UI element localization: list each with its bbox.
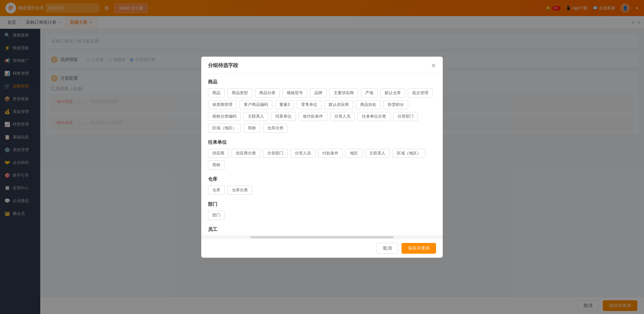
field-tag-partner-category[interactable]: 往来单位分类 [358,112,390,121]
field-tag-region2[interactable]: 区域（地区） [392,149,425,158]
employee-section: 员工 业务员 [208,227,436,236]
field-tag-settlement-unit[interactable]: 结算单位 [271,112,296,121]
field-selection-modal: 分组待选字段 ✕ 商品 商品 商品类型 商品分类 规格型号 品牌 主要供应商 产… [201,57,443,258]
field-tag-warehouse[interactable]: 仓库 [208,186,225,195]
modal-title: 分组待选字段 [208,62,238,69]
field-tag-product-alias[interactable]: 商品别名 [356,100,381,109]
modal-hscrollbar[interactable] [201,236,443,239]
field-tag-main-supplier[interactable]: 主要供应商 [329,88,358,98]
warehouse-section-title: 仓库 [208,176,436,182]
department-field-tags: 部门 [208,211,436,220]
field-tag-short-name[interactable]: 简称 [244,124,260,133]
modal-cancel-button[interactable]: 取消 [377,243,398,254]
field-tag-staff[interactable]: 分管人员 [290,149,315,158]
modal-overlay: 分组待选字段 ✕ 商品 商品 商品类型 商品分类 规格型号 品牌 主要供应商 产… [0,0,644,314]
hscroll-track [250,236,393,238]
field-tag-customer-code[interactable]: 客户商品编码 [239,100,272,109]
partner-section: 往来单位 供应商 供应商分类 分管部门 分管人员 付款条件 地区 主联系人 区域… [208,139,436,170]
product-field-tags: 商品 商品类型 商品分类 规格型号 品牌 主要供应商 产地 默认仓库 批次管理 … [208,88,436,133]
field-tag-region[interactable]: 区域（地区） [208,124,241,133]
field-tag-supplier-category[interactable]: 供应商分类 [231,149,260,158]
warehouse-field-tags: 仓库 仓库分类 [208,186,436,195]
field-tag-spec-model[interactable]: 规格型号 [282,88,307,98]
field-tag-default-warehouse[interactable]: 默认仓库 [380,88,405,98]
field-tag-area[interactable]: 地区 [345,149,362,158]
department-section-title: 部门 [208,201,436,207]
field-tag-manager[interactable]: 分管人员 [330,112,355,121]
field-tag-supplier[interactable]: 供应商 [208,149,229,158]
field-tag-product-type[interactable]: 商品类型 [227,88,252,98]
field-tag-warehouse-cat[interactable]: 仓库分类 [227,186,252,195]
field-tag-product[interactable]: 商品 [208,88,225,98]
field-tag-origin[interactable]: 产地 [361,88,378,98]
field-tag-payment-terms[interactable]: 收付款条件 [299,112,327,121]
modal-footer: 取消 保存并查询 [201,239,443,258]
field-tag-dept[interactable]: 分管部门 [263,149,288,158]
field-tag-brand[interactable]: 品牌 [310,88,327,98]
field-tag-split-points[interactable]: 拆货积分 [383,100,408,109]
department-section: 部门 部门 [208,201,436,220]
field-tag-department[interactable]: 部门 [208,211,225,220]
modal-close-icon[interactable]: ✕ [431,62,436,69]
partner-section-title: 往来单位 [208,139,436,145]
field-tag-abbr[interactable]: 简称 [208,161,225,170]
employee-section-title: 员工 [208,227,436,233]
field-tag-managing-dept[interactable]: 分管部门 [393,112,418,121]
field-tag-tax-code[interactable]: 税收分类编码 [208,112,241,121]
field-tag-payment-cond[interactable]: 付款条件 [318,149,343,158]
field-tag-retail-unit[interactable]: 零售单位 [297,100,322,109]
field-tag-weight[interactable]: 重量3 [275,100,294,109]
field-tag-shelf-life[interactable]: 保质期管理 [208,100,237,109]
field-tag-main-contact[interactable]: 主联系人 [244,112,268,121]
warehouse-section: 仓库 仓库 仓库分类 [208,176,436,195]
field-tag-batch-mgmt[interactable]: 批次管理 [408,88,433,98]
modal-body: 商品 商品 商品类型 商品分类 规格型号 品牌 主要供应商 产地 默认仓库 批次… [201,74,443,236]
field-tag-main-contact2[interactable]: 主联系人 [365,149,390,158]
product-section-title: 商品 [208,79,436,85]
field-tag-warehouse-category[interactable]: 仓库分类 [263,124,288,133]
field-tag-product-category[interactable]: 商品分类 [255,88,280,98]
product-section: 商品 商品 商品类型 商品分类 规格型号 品牌 主要供应商 产地 默认仓库 批次… [208,79,436,133]
modal-confirm-button[interactable]: 保存并查询 [401,243,436,254]
partner-field-tags: 供应商 供应商分类 分管部门 分管人员 付款条件 地区 主联系人 区域（地区） … [208,149,436,170]
field-tag-default-supplier[interactable]: 默认供应商 [324,100,353,109]
modal-header: 分组待选字段 ✕ [201,57,443,74]
